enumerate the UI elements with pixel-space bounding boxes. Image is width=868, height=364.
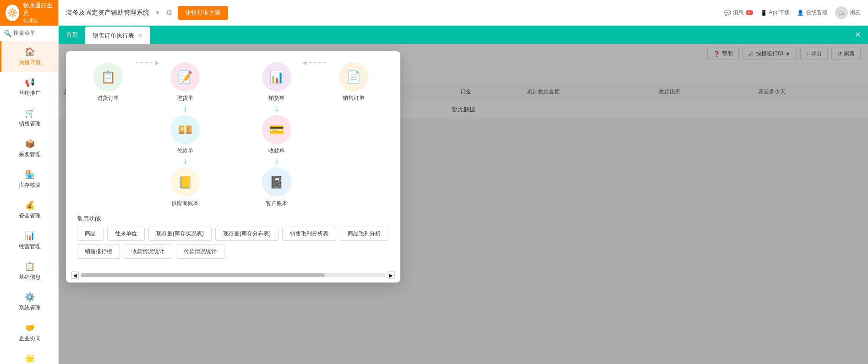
func-btn-商品[interactable]: 商品 — [77, 227, 104, 241]
sales-order-icon: 📄 — [339, 62, 368, 92]
customer-ledger-icon: 📓 — [262, 168, 291, 197]
down-arrow-receipt: ↓ — [262, 155, 291, 168]
app-download-label: App下载 — [769, 9, 790, 16]
system-title: 装备及固定资产辅助管理系统 — [66, 9, 149, 17]
sidebar-icon-basic-info: 📋 — [25, 261, 35, 272]
func-btn-商品毛利分析[interactable]: 商品毛利分析 — [340, 227, 388, 241]
scroll-right-btn[interactable]: ▶ — [388, 272, 395, 279]
func-btn-付款情况统计[interactable]: 付款情况统计 — [176, 244, 224, 259]
sidebar-item-enterprise[interactable]: 🤝 企业协同 — [0, 317, 58, 348]
tab-close-icon[interactable]: ✕ — [138, 33, 142, 39]
message-badge: 6 — [746, 10, 753, 15]
func-row-2: 销售排行榜收款情况统计付款情况统计 — [77, 244, 389, 259]
user-profile[interactable]: Ea 用友 — [835, 6, 861, 19]
header: 装备及固定资产辅助管理系统 ▼ ⚙ 体验行业方案 💬 消息 6 📱 App下载 … — [59, 0, 868, 26]
sidebar-icon-guide: 🌟 — [25, 353, 35, 364]
app-name: 畅康通好生意 — [23, 2, 53, 17]
search-menu[interactable]: 🔍 搜索菜单 — [0, 26, 58, 41]
tab-sales-order-label: 销售订单执行表 — [93, 32, 134, 40]
sidebar-label-quick-nav: 快捷导航 — [19, 59, 41, 66]
scrollbar-thumb — [81, 273, 325, 277]
flow-node-sales-order[interactable]: 📄 销售订单 — [326, 62, 381, 102]
sidebar-label-purchase: 采购管理 — [19, 151, 41, 158]
flow-node-customer-ledger[interactable]: 📓 客户账本 — [249, 168, 304, 207]
avatar: Ea — [835, 6, 848, 19]
flow-node-purchase-bill[interactable]: 📝 进货单 — [158, 62, 213, 102]
online-service-btn[interactable]: 👤 在线客服 — [797, 9, 828, 16]
settings-icon[interactable]: ⚙ — [166, 8, 172, 17]
tab-sales-order[interactable]: 销售订单执行表 ✕ — [85, 27, 150, 45]
sales-order-label: 销售订单 — [343, 94, 365, 102]
func-btn-往来单位[interactable]: 往来单位 — [107, 227, 145, 241]
sidebar-icon-marketing: 📢 — [25, 77, 35, 87]
modal-scrollbar: ◀ ▶ — [66, 270, 400, 283]
scrollbar-track[interactable] — [81, 273, 386, 277]
sidebar-item-inventory[interactable]: 🏪 库存核算 — [0, 164, 58, 195]
sidebar-label-system: 系统管理 — [19, 304, 41, 312]
func-btn-销售排行榜[interactable]: 销售排行榜 — [77, 244, 120, 259]
close-all-tabs-icon[interactable]: ✕ — [855, 31, 861, 38]
func-row-1: 商品往来单位现存量(库存状况表)现存量(库存分布表)销售毛利分析表商品毛利分析 — [77, 227, 389, 241]
sidebar-label-basic-info: 基础信息 — [19, 273, 41, 281]
flow-node-receipt[interactable]: 💳 收款单 — [249, 115, 304, 155]
sidebar-logo: 🔆 畅康通好生意 标准版 — [0, 0, 58, 26]
func-btn-收款情况统计[interactable]: 收款情况统计 — [124, 244, 172, 259]
sidebar-item-system[interactable]: ⚙️ 系统管理 — [0, 287, 58, 317]
flow-diagram: 📋 进货订单 ▶ 📝 进货单 📊 — [66, 51, 400, 215]
func-btn-现存量(库存状况表)[interactable]: 现存量(库存状况表) — [148, 227, 212, 241]
sidebar-label-marketing: 营销推广 — [19, 89, 41, 97]
common-functions: 常用功能 商品往来单位现存量(库存状况表)现存量(库存分布表)销售毛利分析表商品… — [66, 215, 400, 270]
sidebar-nav: 🏠 快捷导航 📢 营销推广 🛒 销售管理 📦 采购管理 🏪 库存核算 💰 资金管… — [0, 41, 58, 364]
sidebar-icon-quick-nav: 🏠 — [25, 47, 35, 57]
message-btn[interactable]: 💬 消息 6 — [724, 9, 753, 16]
tab-home[interactable]: 首页 — [59, 26, 85, 44]
func-btn-销售毛利分析表[interactable]: 销售毛利分析表 — [282, 227, 336, 241]
sidebar-icon-inventory: 🏪 — [25, 169, 35, 179]
sidebar-item-finance[interactable]: 💰 资金管理 — [0, 195, 58, 225]
func-btn-现存量(库存分布表)[interactable]: 现存量(库存分布表) — [215, 227, 278, 241]
flow-node-purchase-order[interactable]: 📋 进货订单 — [81, 62, 136, 102]
sidebar-icon-enterprise: 🤝 — [25, 323, 35, 333]
sidebar-icon-sales: 🛒 — [25, 108, 35, 118]
purchase-bill-icon: 📝 — [170, 62, 200, 92]
header-right: 💬 消息 6 📱 App下载 👤 在线客服 Ea 用友 — [724, 6, 861, 19]
scroll-left-btn[interactable]: ◀ — [71, 272, 79, 279]
sidebar-item-basic-info[interactable]: 📋 基础信息 — [0, 256, 58, 287]
sidebar-item-marketing[interactable]: 📢 营销推广 — [0, 72, 58, 103]
down-arrow-purchase: ↓ — [170, 102, 200, 115]
supplier-ledger-icon: 📒 — [170, 168, 200, 197]
online-service-label: 在线客服 — [806, 9, 828, 16]
flow-node-supplier-ledger[interactable]: 📒 供应商账本 — [158, 168, 213, 207]
payment-label: 付款单 — [177, 147, 193, 155]
logo-text: 畅康通好生意 标准版 — [23, 2, 53, 24]
experience-btn[interactable]: 体验行业方案 — [178, 6, 228, 20]
sidebar-icon-operations: 📊 — [25, 231, 35, 241]
sidebar-item-quick-nav[interactable]: 🏠 快捷导航 — [0, 41, 58, 72]
download-icon: 📱 — [760, 10, 767, 16]
message-label: 消息 — [733, 9, 744, 16]
down-arrow-sales: ↓ — [262, 102, 291, 115]
message-icon: 💬 — [724, 10, 731, 16]
flow-node-payment[interactable]: 💴 付款单 — [158, 115, 213, 155]
flow-node-sales-bill[interactable]: 📊 销货单 — [249, 62, 304, 102]
search-menu-label: 搜索菜单 — [13, 29, 35, 37]
sidebar-item-operations[interactable]: 📊 经营管理 — [0, 225, 58, 256]
sidebar-icon-system: ⚙️ — [25, 292, 35, 302]
sidebar-item-guide[interactable]: 🌟 新手引导 — [0, 348, 58, 364]
common-funcs-title: 常用功能 — [77, 215, 389, 223]
sidebar-icon-purchase: 📦 — [25, 139, 35, 149]
modal-overlay[interactable]: 📋 进货订单 ▶ 📝 进货单 📊 — [59, 44, 868, 364]
sidebar-label-inventory: 库存核算 — [19, 181, 41, 189]
app-download-btn[interactable]: 📱 App下载 — [760, 9, 790, 16]
system-dropdown[interactable]: ▼ — [155, 10, 160, 16]
sidebar: 🔆 畅康通好生意 标准版 🔍 搜索菜单 🏠 快捷导航 📢 营销推广 🛒 销售管理… — [0, 0, 59, 364]
search-icon: 🔍 — [4, 30, 11, 37]
app-subtitle: 标准版 — [23, 17, 53, 24]
sidebar-item-purchase[interactable]: 📦 采购管理 — [0, 133, 58, 164]
payment-icon: 💴 — [170, 115, 200, 144]
sidebar-item-sales[interactable]: 🛒 销售管理 — [0, 103, 58, 133]
sales-bill-label: 销货单 — [268, 94, 285, 102]
purchase-order-icon: 📋 — [93, 62, 123, 92]
sidebar-label-enterprise: 企业协同 — [19, 335, 41, 342]
receipt-icon: 💳 — [262, 115, 291, 144]
